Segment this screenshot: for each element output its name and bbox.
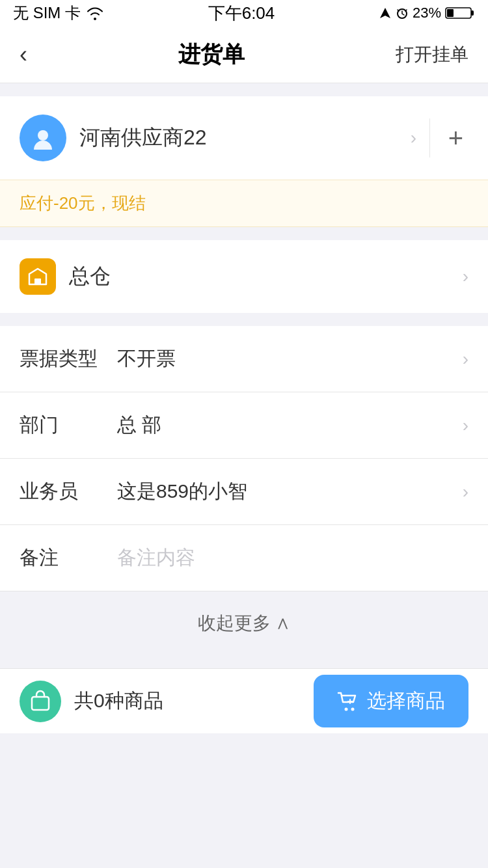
invoice-type-value: 不开票 (98, 346, 463, 372)
battery-text: 23% (413, 5, 441, 21)
salesperson-value: 这是859的小智 (98, 478, 463, 505)
section-gap-3 (0, 313, 488, 326)
page-footer (0, 733, 488, 868)
department-label: 部门 (20, 412, 98, 439)
product-left: 共0种商品 (20, 681, 163, 722)
invoice-type-chevron-icon: › (463, 349, 468, 370)
warehouse-row[interactable]: 总仓 › (0, 240, 488, 313)
supplier-avatar (20, 115, 66, 161)
warehouse-name: 总仓 (69, 262, 450, 291)
salesperson-chevron-icon: › (463, 481, 468, 502)
remark-label: 备注 (20, 545, 98, 571)
invoice-type-row[interactable]: 票据类型 不开票 › (0, 326, 488, 392)
back-button[interactable]: ‹ (20, 41, 27, 68)
section-gap-2 (0, 227, 488, 240)
supplier-row[interactable]: 河南供应商22 › + (0, 96, 488, 180)
battery-icon (445, 6, 475, 20)
department-row[interactable]: 部门 总 部 › (0, 392, 488, 458)
product-icon (20, 681, 61, 722)
add-supplier-button[interactable]: + (429, 118, 468, 157)
cart-icon (337, 692, 359, 711)
supplier-chevron-icon: › (411, 128, 416, 148)
product-count: 共0种商品 (74, 688, 163, 714)
salesperson-label: 业务员 (20, 478, 98, 505)
svg-rect-5 (34, 278, 41, 284)
select-product-label: 选择商品 (367, 688, 445, 714)
department-value: 总 部 (98, 412, 463, 439)
supplier-name: 河南供应商22 (79, 124, 207, 152)
remark-row[interactable]: 备注 备注内容 (0, 524, 488, 591)
svg-point-7 (345, 707, 348, 711)
supplier-card: 河南供应商22 › + 应付-20元，现结 (0, 96, 488, 227)
collapse-button[interactable]: 收起更多 ∧ (0, 591, 488, 655)
svg-rect-3 (447, 9, 454, 17)
salesperson-row[interactable]: 业务员 这是859的小智 › (0, 458, 488, 524)
balance-notice: 应付-20元，现结 (0, 180, 488, 227)
status-right: 23% (379, 5, 475, 21)
wifi-icon (86, 6, 104, 20)
select-product-button[interactable]: 选择商品 (314, 675, 468, 727)
alarm-icon (396, 7, 409, 20)
product-section: 共0种商品 选择商品 (0, 668, 488, 733)
page-title: 进货单 (178, 40, 245, 70)
nav-bar: ‹ 进货单 打开挂单 (0, 26, 488, 83)
section-gap-4 (0, 655, 488, 668)
svg-point-4 (38, 130, 48, 141)
supplier-left: 河南供应商22 (20, 115, 411, 161)
warehouse-icon (20, 258, 56, 295)
svg-point-8 (351, 707, 355, 711)
status-bar: 无 SIM 卡 下午6:04 23% (0, 0, 488, 26)
remark-input[interactable]: 备注内容 (98, 545, 468, 571)
signal-text: 无 SIM 卡 (13, 3, 81, 23)
form-card: 票据类型 不开票 › 部门 总 部 › 业务员 这是859的小智 › 备注 备注… (0, 326, 488, 655)
section-gap-1 (0, 83, 488, 96)
open-pending-button[interactable]: 打开挂单 (396, 42, 468, 67)
location-icon (379, 7, 392, 20)
svg-rect-6 (32, 697, 49, 710)
warehouse-chevron-icon: › (463, 266, 468, 287)
svg-rect-2 (471, 10, 474, 16)
status-left: 无 SIM 卡 (13, 3, 104, 23)
invoice-type-label: 票据类型 (20, 346, 98, 372)
warehouse-card: 总仓 › (0, 240, 488, 313)
department-chevron-icon: › (463, 415, 468, 436)
status-time: 下午6:04 (208, 2, 275, 25)
